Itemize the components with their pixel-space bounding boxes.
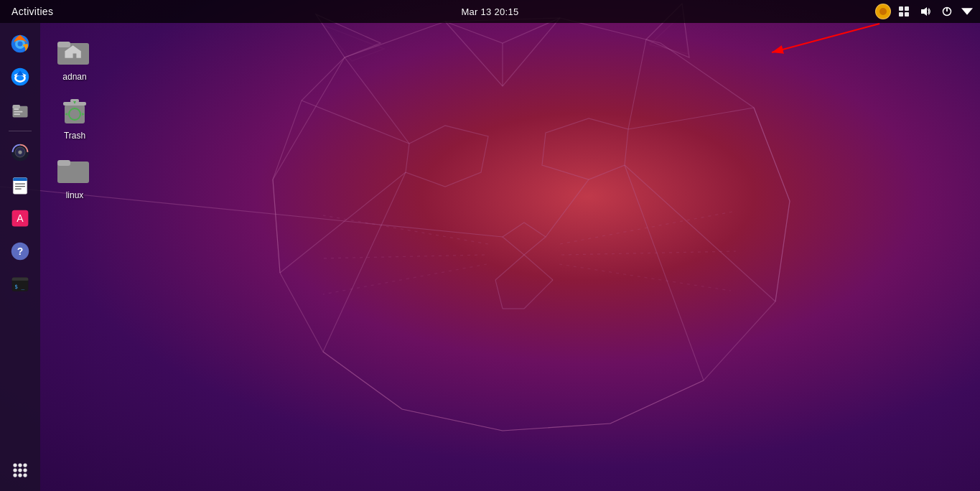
svg-rect-57 — [13, 105, 21, 108]
dock-item-software[interactable]: A — [5, 203, 35, 233]
trash-icon — [57, 93, 92, 128]
svg-rect-97 — [57, 160, 70, 166]
svg-line-24 — [323, 172, 406, 352]
desktop: Activities Mar 13 20:15 — [0, 0, 980, 491]
svg-line-33 — [775, 201, 790, 301]
network-icon[interactable] — [895, 4, 913, 19]
svg-line-28 — [402, 409, 503, 431]
dock-item-libreoffice[interactable] — [5, 170, 35, 200]
desktop-icon-home[interactable]: adnan — [49, 32, 101, 85]
svg-line-23 — [625, 165, 775, 301]
indicator-inner — [879, 8, 887, 15]
home-folder-icon — [57, 34, 92, 69]
home-icon-label: adnan — [62, 72, 86, 82]
svg-rect-42 — [905, 12, 909, 17]
svg-line-30 — [273, 57, 345, 179]
svg-line-18 — [345, 57, 409, 144]
svg-line-29 — [503, 424, 610, 431]
svg-rect-58 — [14, 108, 19, 110]
svg-line-14 — [561, 251, 736, 255]
svg-point-51 — [18, 42, 23, 47]
svg-rect-39 — [899, 6, 903, 11]
activities-button[interactable]: Activities — [6, 6, 59, 17]
dock-separator — [9, 131, 32, 131]
svg-point-80 — [23, 463, 27, 467]
svg-line-48 — [772, 24, 879, 52]
svg-marker-38 — [445, 18, 560, 86]
svg-text:A: A — [17, 212, 24, 224]
system-menu-arrow[interactable] — [960, 4, 974, 19]
svg-point-85 — [18, 473, 22, 477]
desktop-icon-trash[interactable]: Trash — [49, 90, 101, 144]
svg-point-83 — [23, 468, 27, 472]
svg-rect-41 — [899, 12, 903, 17]
linux-folder-icon — [57, 153, 92, 187]
svg-point-86 — [23, 473, 27, 477]
svg-line-35 — [524, 280, 553, 309]
dock-item-files[interactable] — [5, 95, 35, 125]
desktop-icons-container: adnan — [49, 32, 101, 203]
svg-line-20 — [302, 100, 409, 144]
dock-item-rhythmbox[interactable] — [5, 137, 35, 167]
topbar-right — [875, 4, 974, 19]
topbar-left: Activities — [6, 6, 59, 17]
trash-icon-label: Trash — [64, 131, 85, 141]
svg-line-22 — [280, 172, 406, 273]
svg-rect-60 — [14, 113, 20, 115]
svg-marker-7 — [503, 223, 546, 255]
svg-point-82 — [18, 468, 22, 472]
dock-show-apps[interactable] — [5, 455, 35, 485]
dock-item-terminal[interactable]: $ _ — [5, 269, 35, 299]
svg-line-15 — [559, 264, 731, 291]
svg-text:?: ? — [17, 246, 24, 257]
svg-marker-2 — [323, 25, 384, 61]
svg-point-79 — [18, 463, 22, 467]
svg-rect-76 — [12, 279, 29, 281]
svg-rect-69 — [15, 188, 22, 189]
svg-marker-5 — [406, 126, 488, 187]
svg-line-21 — [628, 108, 754, 129]
svg-rect-90 — [65, 105, 85, 123]
annotation-arrow — [750, 20, 894, 63]
svg-line-25 — [625, 165, 704, 380]
svg-marker-6 — [542, 118, 628, 179]
linux-icon-label: linux — [66, 190, 84, 200]
dock-item-help[interactable]: ? — [5, 236, 35, 266]
topbar-datetime[interactable]: Mar 13 20:15 — [461, 6, 518, 17]
svg-marker-43 — [921, 7, 927, 16]
notification-indicator[interactable] — [875, 4, 891, 19]
svg-marker-0 — [273, 18, 790, 431]
svg-text:$ _: $ _ — [14, 284, 24, 290]
svg-line-11 — [319, 255, 485, 258]
dock-item-thunderbird[interactable] — [5, 62, 35, 92]
svg-line-31 — [273, 179, 280, 273]
topbar: Activities Mar 13 20:15 — [0, 0, 980, 23]
svg-line-32 — [754, 108, 790, 201]
desktop-icon-linux[interactable]: linux — [49, 150, 101, 203]
svg-rect-88 — [57, 42, 70, 47]
svg-marker-46 — [961, 8, 973, 15]
svg-point-78 — [13, 463, 17, 467]
svg-point-63 — [18, 150, 22, 154]
wallpaper-cat — [0, 0, 980, 491]
svg-rect-67 — [15, 183, 25, 184]
dock-item-firefox[interactable] — [5, 29, 35, 59]
svg-point-54 — [17, 75, 24, 80]
svg-rect-59 — [14, 111, 22, 113]
svg-rect-66 — [13, 179, 27, 181]
svg-line-26 — [323, 352, 402, 409]
svg-rect-68 — [15, 186, 25, 187]
power-icon[interactable] — [938, 4, 956, 19]
svg-line-12 — [323, 264, 487, 294]
svg-line-8 — [495, 255, 524, 280]
svg-line-10 — [323, 215, 488, 244]
svg-line-27 — [610, 380, 704, 424]
svg-line-34 — [495, 280, 503, 309]
volume-icon[interactable] — [917, 4, 934, 19]
svg-line-19 — [628, 39, 646, 129]
svg-point-81 — [13, 468, 17, 472]
svg-line-13 — [560, 212, 732, 244]
svg-line-17 — [546, 179, 589, 237]
svg-point-84 — [13, 473, 17, 477]
svg-line-9 — [524, 255, 553, 280]
